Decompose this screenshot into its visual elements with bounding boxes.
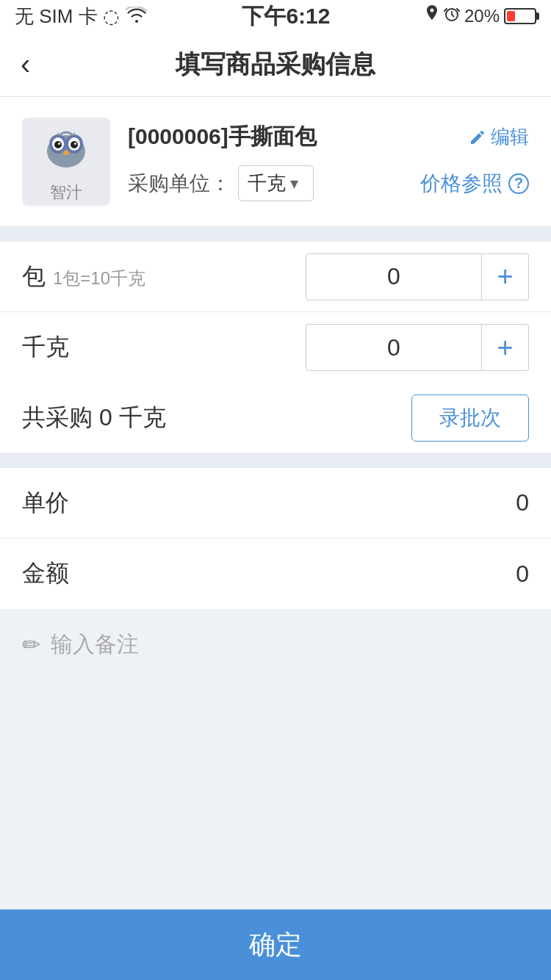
bao-label: 包 1包=10千克 xyxy=(22,261,145,293)
svg-point-10 xyxy=(63,151,69,155)
section-divider-2 xyxy=(0,453,551,468)
alarm-icon xyxy=(444,6,460,26)
total-row: 共采购 0 千克 录批次 xyxy=(0,383,551,453)
unit-price-row: 单价 0 xyxy=(0,468,551,538)
kg-row: 千克 + xyxy=(0,312,551,383)
product-owl-icon xyxy=(40,120,92,179)
battery-icon xyxy=(504,8,536,24)
status-bar: 无 SIM 卡 ◌ 下午6:12 20% xyxy=(0,0,551,32)
svg-point-9 xyxy=(74,143,76,145)
no-sim-text: 无 SIM 卡 ◌ xyxy=(15,4,120,29)
product-logo-label: 智汁 xyxy=(50,181,82,203)
bao-row: 包 1包=10千克 + xyxy=(0,242,551,312)
remark-placeholder: 输入备注 xyxy=(51,630,139,660)
product-info: [0000006]手撕面包 编辑 采购单位： 千克 ▾ 价格参照 ? xyxy=(128,122,529,201)
kg-input-group: + xyxy=(306,324,529,371)
product-image: 智汁 xyxy=(22,118,110,206)
nav-bar: ‹ 填写商品采购信息 xyxy=(0,32,551,97)
amount-row: 金额 0 xyxy=(0,538,551,609)
unit-label: 采购单位： xyxy=(128,170,231,198)
svg-point-8 xyxy=(58,143,60,145)
kg-quantity-input[interactable] xyxy=(306,324,482,371)
location-icon xyxy=(425,5,439,27)
price-ref-help-icon: ? xyxy=(508,173,529,194)
amount-value: 0 xyxy=(516,561,529,588)
amount-label: 金额 xyxy=(22,558,69,590)
product-name: [0000006]手撕面包 xyxy=(128,122,317,152)
product-card: 智汁 [0000006]手撕面包 编辑 采购单位： 千克 ▾ xyxy=(0,97,551,227)
bao-quantity-input[interactable] xyxy=(306,253,482,300)
section-divider-1 xyxy=(0,227,551,242)
kg-label: 千克 xyxy=(22,331,69,364)
wifi-icon xyxy=(126,5,148,28)
svg-point-6 xyxy=(54,141,62,148)
bao-unit-sub: 1包=10千克 xyxy=(53,267,145,290)
edit-button[interactable]: 编辑 xyxy=(469,124,529,150)
status-left: 无 SIM 卡 ◌ xyxy=(15,4,148,29)
svg-point-7 xyxy=(71,141,78,148)
confirm-button[interactable]: 确定 xyxy=(0,909,551,980)
price-ref-button[interactable]: 价格参照 ? xyxy=(420,170,529,198)
kg-plus-button[interactable]: + xyxy=(482,324,529,371)
status-time: 下午6:12 xyxy=(242,1,330,32)
status-right: 20% xyxy=(425,5,536,27)
bao-plus-button[interactable]: + xyxy=(482,253,529,300)
unit-price-value: 0 xyxy=(516,489,529,516)
total-label: 共采购 0 千克 xyxy=(22,402,166,434)
quantity-section: 包 1包=10千克 + 千克 + xyxy=(0,242,551,383)
bottom-area xyxy=(0,680,551,912)
batch-button[interactable]: 录批次 xyxy=(411,394,529,442)
bao-input-group: + xyxy=(306,253,529,300)
dropdown-arrow-icon: ▾ xyxy=(290,174,298,193)
unit-select[interactable]: 千克 ▾ xyxy=(238,165,314,201)
battery-percent: 20% xyxy=(464,6,500,26)
remark-section[interactable]: ✏ 输入备注 xyxy=(0,609,551,680)
page-title: 填写商品采购信息 xyxy=(176,48,375,82)
price-amount-section: 单价 0 金额 0 xyxy=(0,468,551,609)
back-button[interactable]: ‹ xyxy=(21,48,30,81)
pencil-icon: ✏ xyxy=(22,632,40,657)
unit-price-label: 单价 xyxy=(22,487,69,519)
